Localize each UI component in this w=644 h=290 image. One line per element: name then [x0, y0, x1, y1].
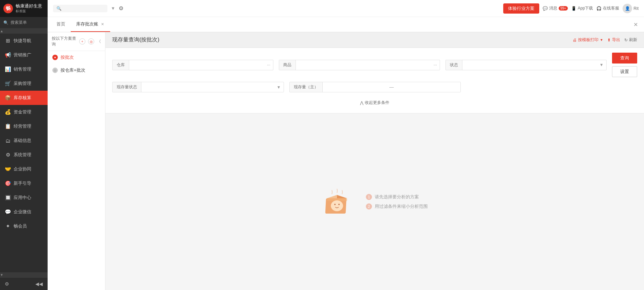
sidebar-item-label: 企业微信 [14, 209, 31, 215]
refresh-action[interactable]: ↻ 刷新 [624, 37, 637, 43]
inventory-status-input[interactable] [141, 83, 274, 92]
hint-item-2: 2 用过滤条件来缩小分析范围 [366, 203, 428, 210]
sidebar-item-label: 新手引导 [14, 180, 31, 186]
status-label: 状态 [446, 60, 462, 70]
print-icon: 🖨 [573, 38, 577, 42]
sidebar-item-label: 畅会员 [14, 223, 27, 229]
avatar-initials: 👤 [625, 6, 630, 11]
product-label: 商品 [279, 60, 296, 70]
settings-button[interactable]: 设置 [612, 66, 637, 77]
status-input[interactable] [462, 60, 597, 69]
online-service-action[interactable]: 🎧 在线客服 [596, 5, 619, 11]
product-more-icon[interactable]: ··· [431, 60, 440, 69]
inventory-qty-label: 现存量（主） [290, 82, 323, 92]
empty-illustration [322, 185, 356, 219]
scheme-item-warehouse-batch[interactable]: ◎ 按仓库+批次 [48, 64, 105, 77]
sidebar-footer: ⚙ ◀◀ [0, 277, 48, 290]
page-header: 现存量查询(按批次) 🖨 按模板打印 ▼ ⬆ 导出 ↻ 刷新 [105, 32, 644, 48]
svg-marker-1 [327, 195, 337, 198]
avatar: 👤 [623, 4, 632, 13]
inventory-status-chevron[interactable]: ▼ [274, 83, 284, 92]
sidebar-item-system[interactable]: ⚙ 系统管理 [0, 148, 48, 162]
app-download-action[interactable]: 📱 App下载 [571, 5, 593, 11]
wechat-icon: 💬 [5, 209, 11, 215]
content-area: 按以下方案查询 ＋ ◎ 《 ● 按批次 ◎ 按仓库+批次 现存量查询(按批次) [48, 32, 644, 290]
user-profile[interactable]: 👤 Rit [623, 4, 639, 13]
product-input[interactable] [296, 60, 431, 69]
collapse-sidebar-icon[interactable]: ◀◀ [35, 281, 43, 287]
export-action[interactable]: ⬆ 导出 [607, 37, 620, 43]
purchase-icon: 🛒 [5, 80, 11, 87]
sidebar-item-finance[interactable]: 💰 资金管理 [0, 105, 48, 119]
app-subtitle: 标准版 [16, 9, 42, 14]
panel-collapse-icon[interactable]: 《 [97, 39, 101, 44]
messages-action[interactable]: 💬 消息 99+ [543, 5, 568, 11]
sidebar-item-label: 快捷导航 [14, 38, 31, 44]
sidebar-item-operations[interactable]: 📋 经营管理 [0, 119, 48, 133]
quick-nav-icon: ⊞ [5, 38, 11, 44]
sidebar-header: 畅 畅康通好生意 标准版 [0, 0, 48, 17]
sidebar-item-purchase[interactable]: 🛒 采购管理 [0, 76, 48, 91]
topbar-chevron-icon[interactable]: ▼ [111, 6, 115, 11]
scheme-label: 按仓库+批次 [61, 67, 85, 73]
experience-btn[interactable]: 体验行业方案 [503, 3, 539, 14]
sidebar-item-apps[interactable]: 🔲 应用中心 [0, 191, 48, 205]
add-scheme-icon[interactable]: ＋ [79, 38, 85, 44]
inventory-qty-to[interactable] [396, 83, 460, 92]
tabs-close-right[interactable]: ✕ [631, 20, 641, 29]
scheme-settings-icon[interactable]: ◎ [88, 38, 94, 44]
sidebar-item-collab[interactable]: 🤝 企业协同 [0, 162, 48, 176]
system-icon: ⚙ [5, 152, 11, 158]
sidebar-item-label: 经营管理 [14, 123, 31, 129]
sidebar-item-basic[interactable]: 🗂 基础信息 [0, 133, 48, 148]
empty-hints: 1 请先选择要分析的方案 2 用过滤条件来缩小分析范围 [366, 194, 428, 210]
left-panel-title: 按以下方案查询 [52, 36, 79, 47]
topbar-gear-icon[interactable]: ⚙ [119, 5, 123, 12]
sidebar-item-quick-nav[interactable]: ⊞ 快捷导航 [0, 34, 48, 48]
refresh-label: 刷新 [629, 37, 637, 43]
inventory-icon: 📦 [5, 95, 11, 101]
inventory-qty-from[interactable] [323, 83, 387, 92]
hint-num-1: 1 [366, 194, 372, 200]
sidebar-item-member[interactable]: ✦ 畅会员 [0, 219, 48, 233]
hint-text-1: 请先选择要分析的方案 [375, 194, 419, 200]
sidebar-item-sales[interactable]: 📊 销售管理 [0, 62, 48, 76]
app-logo: 畅 [3, 4, 13, 13]
sidebar-scroll-up[interactable]: ▲ [0, 29, 48, 34]
sidebar-item-inventory[interactable]: 📦 库存核算 [0, 91, 48, 105]
sidebar-item-label: 企业协同 [14, 166, 31, 172]
sidebar-item-marketing[interactable]: 📢 营销推广 [0, 48, 48, 62]
tab-home[interactable]: 首页 [51, 17, 71, 32]
sidebar-item-label: 应用中心 [14, 195, 31, 201]
topbar-search[interactable]: 🔍 [53, 5, 107, 12]
basic-icon: 🗂 [5, 138, 11, 144]
sidebar-item-wechat[interactable]: 💬 企业微信 [0, 205, 48, 219]
user-name: Rit [633, 6, 639, 11]
tab-inventory-batch[interactable]: 库存批次账 ✕ [71, 17, 110, 32]
tab-close-icon[interactable]: ✕ [100, 22, 105, 26]
sidebar-item-guide[interactable]: 🎯 新手引导 [0, 176, 48, 191]
search-label: 搜索菜单 [11, 20, 27, 25]
query-button[interactable]: 查询 [612, 53, 637, 64]
operations-icon: 📋 [5, 123, 11, 129]
tab-home-label: 首页 [56, 21, 65, 27]
tabs-bar: 首页 库存批次账 ✕ ✕ [48, 17, 644, 32]
collapse-label: 收起更多条件 [365, 100, 389, 106]
app-title: 畅康通好生意 [16, 3, 42, 9]
sidebar: 畅 畅康通好生意 标准版 🔍 搜索菜单 ▲ ⊞ 快捷导航 📢 营销推广 📊 销售… [0, 0, 48, 290]
sidebar-search[interactable]: 🔍 搜索菜单 [0, 17, 48, 29]
warehouse-input[interactable] [129, 60, 264, 69]
warehouse-more-icon[interactable]: ··· [264, 60, 273, 69]
qty-separator: — [387, 85, 396, 90]
collapse-more-btn[interactable]: ⋀ 收起更多条件 [112, 97, 637, 108]
main-area: 🔍 ▼ ⚙ 体验行业方案 💬 消息 99+ 📱 App下载 🎧 在线客服 👤 R… [48, 0, 644, 290]
status-chevron-icon[interactable]: ▼ [597, 60, 606, 69]
topbar-search-icon: 🔍 [56, 6, 62, 11]
svg-point-4 [331, 200, 343, 211]
svg-point-6 [338, 204, 340, 205]
settings-icon[interactable]: ⚙ [5, 281, 9, 287]
sidebar-scroll-down[interactable]: ▼ [0, 272, 48, 277]
online-service-label: 在线客服 [603, 5, 619, 11]
scheme-item-batch[interactable]: ● 按批次 [48, 51, 105, 64]
print-action[interactable]: 🖨 按模板打印 ▼ [573, 37, 603, 43]
